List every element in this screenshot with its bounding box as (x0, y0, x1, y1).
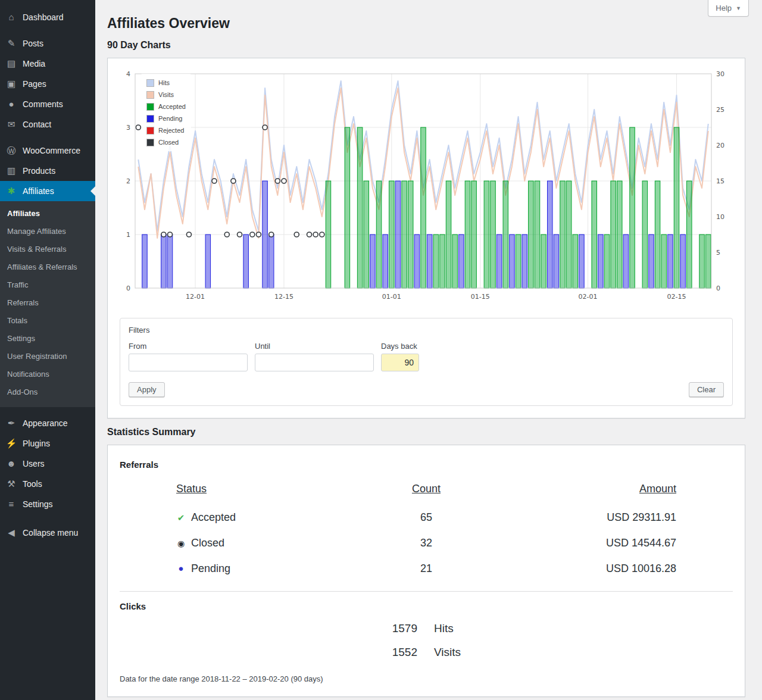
sidebar-item-woocommerce[interactable]: Ⓦ WooCommerce (0, 140, 95, 161)
legend-label: Accepted (158, 103, 186, 110)
sidebar-item-settings[interactable]: ≡ Settings (0, 494, 95, 514)
hits-swatch-icon (146, 79, 154, 87)
sidebar-item-dashboard[interactable]: ⌂ Dashboard (0, 7, 95, 27)
pages-icon: ▣ (5, 79, 17, 89)
admin-sidebar: ⌂ Dashboard ✎ Posts ▤ Media ▣ Pages ● Co… (0, 0, 95, 700)
legend-entry-closed: Closed (146, 136, 186, 148)
sidebar-item-media[interactable]: ▤ Media (0, 54, 95, 74)
clear-button[interactable]: Clear (689, 382, 724, 397)
submenu-item-totals[interactable]: Totals (0, 312, 95, 330)
apply-button[interactable]: Apply (129, 382, 165, 397)
sidebar-item-products[interactable]: ▥ Products (0, 161, 95, 181)
status-column-header[interactable]: Status (176, 478, 376, 505)
submenu-item-notifications[interactable]: Notifications (0, 365, 95, 383)
table-row-closed: ◉Closed 32 USD 14544.67 (176, 530, 676, 556)
count-value: 21 (376, 556, 476, 582)
svg-text:2: 2 (126, 177, 130, 185)
collapse-arrow-icon: ◀ (5, 527, 17, 538)
sidebar-item-plugins[interactable]: ⚡ Plugins (0, 433, 95, 454)
filters-box: Filters From Until Days back (120, 318, 733, 406)
hits-label: Hits (434, 622, 454, 635)
wordpress-admin: ⌂ Dashboard ✎ Posts ▤ Media ▣ Pages ● Co… (0, 0, 762, 700)
referrals-heading: Referrals (120, 460, 733, 470)
accepted-swatch-icon (146, 103, 154, 111)
sidebar-item-affiliates[interactable]: ✱ Affiliates (0, 181, 95, 201)
amount-value: USD 29311.91 (476, 505, 676, 530)
svg-text:15: 15 (716, 177, 724, 185)
sidebar-item-contact[interactable]: ✉ Contact (0, 114, 95, 135)
svg-text:0: 0 (716, 285, 720, 292)
chart-canvas: 0123405101520253012-0112-1501-0101-1502-… (120, 67, 733, 307)
collapse-menu-button[interactable]: ◀ Collapse menu (0, 523, 95, 543)
sidebar-item-pages[interactable]: ▣ Pages (0, 74, 95, 94)
sidebar-item-appearance[interactable]: ✒ Appearance (0, 413, 95, 433)
svg-text:25: 25 (716, 106, 724, 114)
count-value: 65 (376, 505, 476, 530)
statistics-panel: Referrals Status Count Amount ✔Accepted … (107, 445, 745, 697)
charts-heading: 90 Day Charts (107, 40, 745, 51)
products-icon: ▥ (5, 165, 17, 176)
sidebar-item-users[interactable]: ☻ Users (0, 454, 95, 474)
affiliates-icon: ✱ (5, 186, 17, 196)
users-icon: ☻ (5, 458, 17, 469)
legend-entry-rejected: Rejected (146, 124, 186, 136)
woocommerce-icon: Ⓦ (5, 145, 17, 156)
legend-label: Rejected (158, 127, 184, 134)
contact-envelope-icon: ✉ (5, 119, 17, 130)
settings-icon: ≡ (5, 499, 17, 510)
closed-swatch-icon (146, 139, 154, 146)
referrals-table: Status Count Amount ✔Accepted 65 USD 293… (176, 478, 676, 582)
submenu-item-referrals[interactable]: Referrals (0, 294, 95, 312)
visits-count: 1552 (120, 646, 417, 659)
statistics-heading: Statistics Summary (107, 427, 745, 438)
from-label: From (129, 342, 248, 351)
menu-separator (0, 27, 95, 33)
submenu-item-visits-referrals[interactable]: Visits & Referrals (0, 240, 95, 258)
submenu-item-traffic[interactable]: Traffic (0, 276, 95, 294)
svg-text:02-01: 02-01 (579, 293, 598, 301)
submenu-item-add-ons[interactable]: Add-Ons (0, 383, 95, 401)
rejected-swatch-icon (146, 127, 154, 135)
plugins-icon: ⚡ (5, 438, 17, 449)
submenu-item-affiliates-referrals[interactable]: Affiliates & Referrals (0, 258, 95, 276)
svg-text:4: 4 (126, 70, 130, 78)
amount-column-header[interactable]: Amount (476, 478, 676, 505)
svg-text:20: 20 (716, 142, 724, 149)
main-content: Help ▼ Affiliates Overview 90 Day Charts… (95, 0, 762, 700)
pending-swatch-icon (146, 115, 154, 123)
accepted-check-icon: ✔ (176, 512, 186, 523)
menu-separator (0, 407, 95, 413)
svg-text:10: 10 (716, 213, 724, 221)
chart-legend: Hits Visits Accepted Pending (141, 74, 191, 151)
until-input[interactable] (255, 354, 374, 371)
pending-dot-icon: • (176, 566, 186, 572)
help-button[interactable]: Help ▼ (708, 0, 749, 17)
help-label: Help (716, 4, 732, 12)
sidebar-item-tools[interactable]: ⚒ Tools (0, 474, 95, 494)
sidebar-item-posts[interactable]: ✎ Posts (0, 33, 95, 54)
legend-label: Closed (158, 139, 179, 146)
dashboard-icon: ⌂ (5, 12, 17, 23)
days-back-input[interactable] (381, 354, 419, 371)
chart-panel: Hits Visits Accepted Pending (107, 58, 745, 418)
status-label: Closed (191, 537, 224, 549)
submenu-item-manage-affiliates[interactable]: Manage Affiliates (0, 223, 95, 240)
submenu-item-affiliates[interactable]: Affiliates (0, 205, 95, 223)
sidebar-item-comments[interactable]: ● Comments (0, 94, 95, 114)
posts-icon: ✎ (5, 38, 17, 49)
submenu-item-user-registration[interactable]: User Registration (0, 348, 95, 365)
visits-label: Visits (434, 646, 461, 659)
svg-text:30: 30 (716, 70, 724, 78)
chevron-down-icon: ▼ (736, 5, 741, 11)
status-label: Accepted (191, 511, 236, 524)
from-input[interactable] (129, 354, 248, 371)
media-icon: ▤ (5, 58, 17, 69)
svg-text:3: 3 (126, 124, 130, 132)
legend-entry-pending: Pending (146, 112, 186, 124)
count-column-header[interactable]: Count (376, 478, 476, 505)
count-value: 32 (376, 530, 476, 556)
submenu-item-settings[interactable]: Settings (0, 330, 95, 348)
legend-entry-hits: Hits (146, 77, 186, 89)
date-range-footnote: Data for the date range 2018-11-22 – 201… (120, 674, 733, 683)
visits-row: 1552 Visits (120, 646, 733, 659)
